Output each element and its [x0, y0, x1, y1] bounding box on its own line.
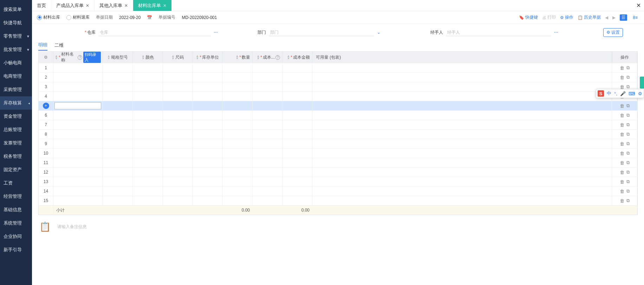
tab-3[interactable]: 材料出库单✕	[133, 0, 172, 11]
ime-punct-icon[interactable]: °,	[614, 91, 617, 96]
delete-row-icon[interactable]: 🗑	[620, 132, 624, 137]
column-settings-icon[interactable]: ⚙	[39, 52, 53, 63]
sidebar-item-4[interactable]: 小畅电商	[0, 56, 32, 70]
calendar-icon[interactable]: 📅	[147, 15, 152, 20]
sidebar-item-7[interactable]: 库存核算◂	[0, 96, 32, 110]
add-row-button[interactable]: +	[43, 103, 49, 109]
settings-button[interactable]: ⚙ 设置	[603, 28, 623, 37]
tab-close-icon[interactable]: ✕	[86, 3, 89, 8]
sidebar-item-14[interactable]: 经营管理	[0, 190, 32, 203]
table-row[interactable]: +🗑⧉	[39, 101, 637, 110]
handler-more-icon[interactable]: ⋯	[554, 30, 559, 35]
table-row[interactable]: 13🗑⧉	[39, 177, 637, 186]
radio-material-return[interactable]: 材料退库	[66, 14, 90, 20]
insert-row-icon[interactable]: ⧉	[626, 75, 630, 80]
sidebar-item-2[interactable]: 零售管理▼	[0, 30, 32, 43]
handler-input[interactable]	[446, 29, 551, 36]
action-button[interactable]: ⚙ 操作	[560, 14, 573, 20]
col-amount[interactable]: ▲▼*成本金额	[282, 52, 312, 63]
col-unit[interactable]: ▲▼*库存单位	[193, 52, 222, 63]
table-row[interactable]: 15🗑⧉	[39, 196, 637, 205]
table-row[interactable]: 2🗑⧉	[39, 72, 637, 82]
side-drawer-handle[interactable]	[640, 77, 644, 89]
insert-row-icon[interactable]: ⧉	[626, 169, 630, 175]
table-row[interactable]: 10🗑⧉	[39, 148, 637, 158]
delete-row-icon[interactable]: 🗑	[620, 113, 624, 118]
insert-row-icon[interactable]: ⧉	[626, 131, 630, 137]
col-material-name[interactable]: ▲▼*材料名称?扫码录入	[53, 52, 103, 63]
insert-row-icon[interactable]: ⧉	[626, 103, 630, 109]
delete-row-icon[interactable]: 🗑	[620, 75, 624, 80]
table-row[interactable]: 1🗑⧉	[39, 63, 637, 72]
insert-row-icon[interactable]: ⧉	[626, 65, 630, 71]
tab-2d[interactable]: 二维	[54, 42, 64, 50]
dept-input[interactable]	[269, 29, 374, 36]
sidebar-item-11[interactable]: 税务管理	[0, 150, 32, 163]
sidebar-item-8[interactable]: 资金管理	[0, 110, 32, 123]
help-icon[interactable]: ?	[275, 55, 280, 60]
ime-settings-icon[interactable]: ⚙	[638, 91, 642, 96]
dept-dropdown-icon[interactable]: ⌄	[377, 30, 380, 35]
table-row[interactable]: 7🗑⧉	[39, 120, 637, 129]
sidebar-item-17[interactable]: 企业协同	[0, 230, 32, 243]
insert-row-icon[interactable]: ⧉	[626, 150, 630, 156]
shortcut-button[interactable]: 🔖 快捷键	[519, 14, 538, 20]
date-value[interactable]: 2022-09-20	[119, 15, 141, 20]
table-row[interactable]: 3🗑⧉	[39, 82, 637, 91]
warehouse-more-icon[interactable]: ⋯	[214, 30, 218, 35]
col-color[interactable]: ▲▼颜色	[133, 52, 163, 63]
memo-input[interactable]	[57, 224, 638, 229]
sidebar-item-5[interactable]: 电商管理	[0, 70, 32, 83]
next-doc[interactable]: ▶	[612, 15, 616, 20]
print-button[interactable]: 🖨 打印	[542, 14, 556, 20]
close-all-tabs[interactable]: ✕	[633, 0, 644, 11]
counter-badge[interactable]: 8≡	[631, 14, 639, 21]
insert-row-icon[interactable]: ⧉	[626, 188, 630, 194]
table-row[interactable]: 14🗑⧉	[39, 186, 637, 196]
tab-detail[interactable]: 明细	[38, 42, 47, 51]
sidebar-item-15[interactable]: 基础信息	[0, 203, 32, 216]
tab-close-icon[interactable]: ✕	[124, 3, 128, 8]
history-button[interactable]: 📋 历史单据	[578, 14, 601, 20]
tab-close-icon[interactable]: ✕	[163, 3, 167, 8]
sidebar-item-10[interactable]: 发票管理	[0, 136, 32, 150]
delete-row-icon[interactable]: 🗑	[620, 160, 624, 166]
ime-lang[interactable]: 中	[607, 90, 611, 97]
sidebar-item-16[interactable]: 系统管理	[0, 216, 32, 230]
sidebar-item-12[interactable]: 固定资产	[0, 163, 32, 176]
insert-row-icon[interactable]: ⧉	[626, 141, 630, 147]
insert-row-icon[interactable]: ⧉	[626, 160, 630, 166]
col-size[interactable]: ▲▼尺码	[163, 52, 193, 63]
delete-row-icon[interactable]: 🗑	[620, 189, 624, 194]
col-available[interactable]: 可用量 (包装)	[312, 52, 612, 63]
ime-keyboard-icon[interactable]: ⌨	[629, 91, 635, 96]
insert-row-icon[interactable]: ⧉	[626, 198, 630, 203]
warehouse-input[interactable]	[98, 29, 211, 36]
table-row[interactable]: 9🗑⧉	[39, 139, 637, 148]
delete-row-icon[interactable]: 🗑	[620, 151, 624, 156]
table-row[interactable]: 8🗑⧉	[39, 129, 637, 139]
sidebar-item-9[interactable]: 总账管理	[0, 123, 32, 136]
delete-row-icon[interactable]: 🗑	[620, 141, 624, 147]
table-row[interactable]: 4🗑⧉	[39, 91, 637, 101]
view-list-icon[interactable]: ☰	[620, 14, 627, 21]
insert-row-icon[interactable]: ⧉	[626, 179, 630, 184]
scan-entry-button[interactable]: 扫码录入	[83, 52, 101, 63]
tab-0[interactable]: 首页	[32, 0, 51, 11]
delete-row-icon[interactable]: 🗑	[620, 198, 624, 203]
insert-row-icon[interactable]: ⧉	[626, 122, 630, 128]
delete-row-icon[interactable]: 🗑	[620, 170, 624, 175]
ime-toolbar[interactable]: S 中 °, 🎤 ⌨ ⚙	[596, 89, 644, 98]
tab-2[interactable]: 其他入库单✕	[95, 0, 133, 11]
table-row[interactable]: 11🗑⧉	[39, 158, 637, 167]
col-spec[interactable]: ▲▼规格型号	[103, 52, 133, 63]
delete-row-icon[interactable]: 🗑	[620, 122, 624, 128]
radio-material-out[interactable]: 材料出库	[37, 14, 60, 20]
table-row[interactable]: 6🗑⧉	[39, 110, 637, 120]
help-icon[interactable]: ?	[78, 55, 82, 60]
cell-input[interactable]	[54, 102, 101, 109]
sidebar-item-18[interactable]: 新手引导	[0, 243, 32, 257]
prev-doc[interactable]: ◀	[605, 15, 608, 20]
sidebar-item-6[interactable]: 采购管理	[0, 83, 32, 96]
delete-row-icon[interactable]: 🗑	[620, 179, 624, 184]
